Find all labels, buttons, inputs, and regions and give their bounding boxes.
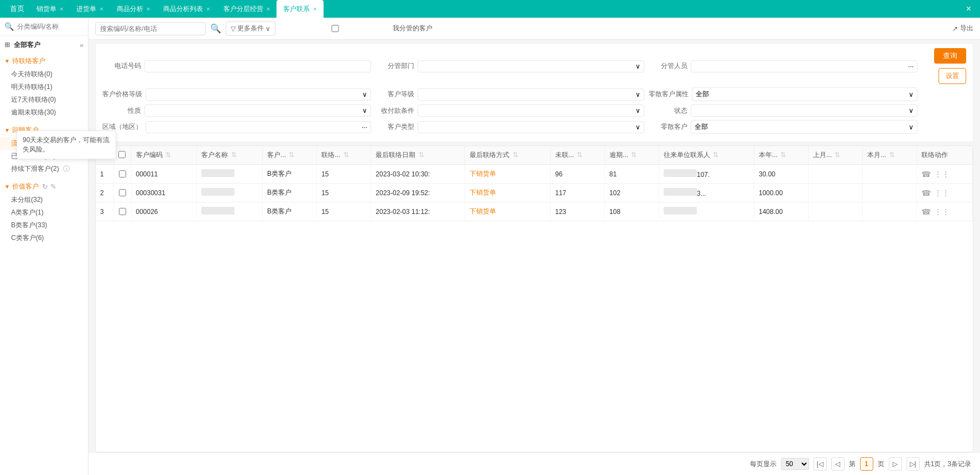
- contact-method-link-0[interactable]: 下销货单: [470, 170, 496, 178]
- close-tab-analysis-icon[interactable]: ×: [147, 6, 150, 12]
- phone-input[interactable]: [144, 60, 371, 72]
- td-method-2[interactable]: 下销货单: [465, 202, 550, 221]
- td-contact-1: 15: [317, 184, 371, 202]
- sort-icon-company: ⇅: [713, 151, 718, 159]
- page-unit: 页: [878, 460, 884, 469]
- close-tab-link-icon[interactable]: ×: [313, 6, 316, 12]
- sidebar-item-class-c[interactable]: C类客户(6): [0, 232, 88, 244]
- action-phone-icon-0[interactable]: ☎: [921, 170, 931, 179]
- customer-type-select[interactable]: ∨: [418, 121, 644, 133]
- close-tab-analysis-list-icon[interactable]: ×: [206, 6, 210, 12]
- th-contact[interactable]: 联络... ⇅: [317, 146, 371, 165]
- sidebar-item-tomorrow[interactable]: 明天待联络(1): [0, 81, 88, 93]
- th-not-contacted[interactable]: 未联... ⇅: [550, 146, 604, 165]
- sidebar-item-today[interactable]: 今天待联络(0): [0, 68, 88, 81]
- td-checkbox-0[interactable]: [113, 165, 131, 184]
- person-select[interactable]: ···: [691, 60, 918, 72]
- status-select[interactable]: ∨: [691, 105, 918, 117]
- filter-cell-region: 区域（地区） ···: [102, 121, 371, 133]
- th-last-month[interactable]: 上月... ⇅: [809, 146, 863, 165]
- th-name[interactable]: 客户名称 ⇅: [197, 146, 263, 165]
- payment-select[interactable]: ∨: [418, 105, 644, 117]
- table-body: 1 000011 B类客户 15 2023-03-02 10:30: 下销货单 …: [96, 165, 973, 221]
- th-overdue[interactable]: 逾期... ⇅: [604, 146, 659, 165]
- search-input[interactable]: [95, 22, 206, 35]
- td-checkbox-2[interactable]: [113, 202, 131, 221]
- arrow-down-icon-3: ▼: [4, 184, 10, 190]
- first-page-button[interactable]: |◁: [814, 457, 827, 471]
- next-page-button[interactable]: ▷: [889, 457, 902, 471]
- row-checkbox-1[interactable]: [119, 189, 126, 196]
- nav-tab-analysis[interactable]: 商品分析 ×: [110, 0, 157, 18]
- th-last-contact-method[interactable]: 最后联络方式 ⇅: [465, 146, 550, 165]
- action-more-icon-0[interactable]: ⋮⋮: [934, 170, 950, 179]
- retail-customer-select[interactable]: 全部 ∨: [691, 120, 918, 134]
- window-close-icon[interactable]: ×: [962, 4, 976, 14]
- collapse-icon[interactable]: «: [80, 41, 84, 49]
- filter-bar: 🔍 ▽ 更多条件 ∨ 我分管的客户 ↗ 导出: [88, 18, 980, 40]
- nav-home[interactable]: 首页: [4, 4, 30, 14]
- dept-label: 分管部门: [376, 61, 414, 71]
- export-button[interactable]: ↗ 导出: [952, 24, 973, 33]
- sidebar-item-class-a[interactable]: A类客户(1): [0, 206, 88, 219]
- action-more-icon-2[interactable]: ⋮⋮: [934, 207, 950, 216]
- settings-button[interactable]: 设置: [939, 68, 966, 84]
- dept-select[interactable]: ∨: [418, 60, 644, 72]
- my-customers-checkbox[interactable]: [280, 25, 390, 32]
- th-this-month[interactable]: 本月... ⇅: [863, 146, 917, 165]
- retail-attr-select[interactable]: 全部 ∨: [692, 87, 918, 101]
- more-conditions-button[interactable]: ▽ 更多条件 ∨: [226, 21, 275, 36]
- td-company-2: [659, 202, 754, 221]
- nav-tab-customer-link[interactable]: 客户联系 ×: [277, 0, 323, 18]
- table-row: 2 00030031 B类客户 15 2023-02-09 19:52: 下销货…: [96, 184, 973, 202]
- row-checkbox-0[interactable]: [119, 170, 126, 178]
- close-tab-segment-icon[interactable]: ×: [267, 6, 270, 12]
- sidebar-item-class-b[interactable]: B类客户(33): [0, 219, 88, 232]
- td-checkbox-1[interactable]: [113, 184, 131, 202]
- td-method-1[interactable]: 下销货单: [465, 184, 550, 202]
- close-tab-purchase-icon[interactable]: ×: [100, 6, 103, 12]
- grade-select[interactable]: ∨: [418, 88, 644, 101]
- retail-attr-label: 零散客户属性: [649, 90, 689, 99]
- sidebar-search-input[interactable]: [17, 23, 84, 30]
- sidebar-group-pending-title[interactable]: ▼ 待联络客户: [0, 54, 88, 68]
- my-customers-checkbox-label[interactable]: 我分管的客户: [280, 24, 432, 33]
- per-page-select[interactable]: 50 100 200: [781, 458, 809, 470]
- action-phone-icon-2[interactable]: ☎: [921, 207, 931, 216]
- chevron-down-icon-price: ∨: [362, 91, 367, 98]
- th-type[interactable]: 客户... ⇅: [263, 146, 317, 165]
- edit-icon[interactable]: ✎: [50, 182, 56, 191]
- nature-select[interactable]: ∨: [144, 105, 371, 117]
- query-button[interactable]: 查询: [934, 48, 966, 64]
- row-checkbox-2[interactable]: [119, 208, 126, 215]
- contact-method-link-2[interactable]: 下销货单: [470, 207, 496, 215]
- prev-page-button[interactable]: ◁: [831, 457, 845, 471]
- td-code-1: 00030031: [131, 184, 197, 202]
- select-all-checkbox[interactable]: [118, 151, 126, 158]
- td-method-0[interactable]: 下销货单: [465, 165, 550, 184]
- nav-tab-customer-segment[interactable]: 客户分层经营 ×: [217, 0, 277, 18]
- close-tab-sales-icon[interactable]: ×: [60, 6, 63, 12]
- filter-search-button[interactable]: 🔍: [210, 23, 221, 34]
- nav-tab-analysis-list[interactable]: 商品分析列表 ×: [157, 0, 216, 18]
- last-page-button[interactable]: ▷|: [906, 457, 920, 471]
- th-company-contact[interactable]: 往来单位联系人 ⇅: [659, 146, 754, 165]
- sidebar-item-declining[interactable]: 持续下滑客户(2) ⓘ: [0, 163, 88, 175]
- filter-cell-nature: 性质 ∨: [102, 105, 371, 117]
- refresh-icon[interactable]: ↻: [42, 182, 48, 191]
- region-select[interactable]: ···: [145, 121, 371, 133]
- action-phone-icon-1[interactable]: ☎: [921, 189, 931, 197]
- sidebar-item-unclassified[interactable]: 未分组(32): [0, 194, 88, 206]
- sidebar-item-week[interactable]: 近7天待联络(0): [0, 93, 88, 106]
- nav-tab-sales[interactable]: 销货单 ×: [30, 0, 70, 18]
- export-icon: ↗: [952, 25, 958, 33]
- nav-tab-purchase[interactable]: 进货单 ×: [70, 0, 110, 18]
- contact-method-link-1[interactable]: 下销货单: [470, 189, 496, 196]
- action-more-icon-1[interactable]: ⋮⋮: [934, 189, 950, 197]
- sidebar-item-overdue[interactable]: 逾期未联络(30): [0, 106, 88, 119]
- th-this-year[interactable]: 本年... ⇅: [754, 146, 809, 165]
- price-grade-select[interactable]: ∨: [145, 88, 371, 101]
- th-last-contact-date[interactable]: 最后联络日期 ⇅: [371, 146, 465, 165]
- th-code[interactable]: 客户编码 ⇅: [131, 146, 197, 165]
- sidebar-group-value-title[interactable]: ▼ 价值客户 ↻ ✎: [0, 180, 88, 194]
